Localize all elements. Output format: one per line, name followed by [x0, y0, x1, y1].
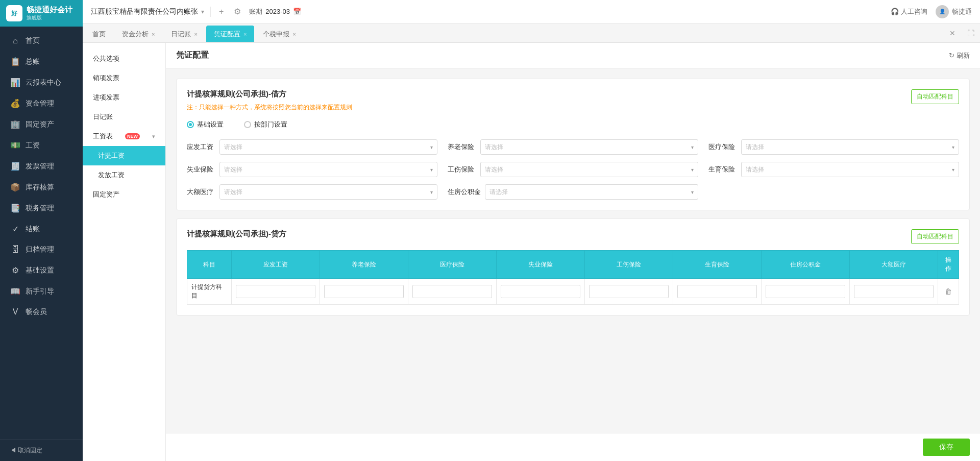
maternity-field: 生育保险 请选择 ▾: [708, 162, 959, 177]
sidebar-item-guide[interactable]: 📖新手引导: [0, 281, 83, 302]
sidebar-cancel-pin[interactable]: ◀ 取消固定: [0, 440, 83, 461]
housing-fund-label: 住房公积金: [448, 187, 481, 197]
sidebar-icon-salary: 💵: [10, 140, 20, 150]
sidebar-item-vip[interactable]: V畅会员: [0, 302, 83, 322]
sidebar-item-tax[interactable]: 📑税务管理: [0, 198, 83, 219]
left-menu-calc_salary[interactable]: 计提工资: [83, 146, 165, 165]
save-button[interactable]: 保存: [923, 439, 970, 456]
tab-close-fund_analysis[interactable]: ×: [152, 31, 155, 37]
unemployment-cell[interactable]: [497, 279, 585, 305]
big-medical-cell[interactable]: [850, 279, 938, 305]
delete-row-icon[interactable]: 🗑: [945, 287, 952, 296]
calendar-icon[interactable]: 📅: [293, 8, 301, 15]
pension-select[interactable]: 请选择 ▾: [480, 139, 698, 155]
content-area: 计提核算规则(公司承担)-借方 注：只能选择一种方式，系统将按照您当前的选择来配…: [166, 68, 980, 433]
credit-table-head: 科目应发工资养老保险医疗保险失业保险工伤保险生育保险住房公积金大额医疗操作: [187, 251, 959, 279]
debit-section-title: 计提核算规则(公司承担)-借方: [187, 89, 911, 99]
sidebar-item-salary[interactable]: 💵工资: [0, 135, 83, 156]
credit-table-body: 计提贷方科目 🗑: [187, 279, 959, 305]
period-value[interactable]: 2023-03: [265, 8, 290, 15]
sidebar-item-ledger[interactable]: 📋总账: [0, 51, 83, 72]
left-menu-label-salary_table: 工资表: [93, 132, 113, 141]
support-button[interactable]: 🎧 人工咨询: [891, 7, 927, 16]
maternity-select[interactable]: 请选择 ▾: [741, 162, 959, 177]
gross-salary-cell[interactable]: [232, 279, 320, 305]
tab-label-journal: 日记账: [171, 30, 191, 39]
work-injury-select[interactable]: 请选择 ▾: [480, 162, 698, 177]
pension-label: 养老保险: [448, 142, 476, 152]
unemployment-select[interactable]: 请选择 ▾: [219, 162, 437, 177]
work-injury-input[interactable]: [589, 285, 669, 298]
left-menu-label-pay_salary: 发放工资: [98, 171, 125, 180]
sidebar-item-fund[interactable]: 💰资金管理: [0, 93, 83, 114]
sidebar-label-fund: 资金管理: [26, 99, 54, 108]
expand-icon-salary_table: ▾: [152, 133, 155, 140]
left-menu-salary_table[interactable]: 工资表NEW▾: [83, 127, 165, 146]
user-menu[interactable]: 👤 畅捷通: [936, 5, 972, 18]
unemployment-input[interactable]: [501, 285, 580, 298]
sidebar-item-inventory[interactable]: 📦库存核算: [0, 177, 83, 198]
housing-fund-cell[interactable]: [762, 279, 850, 305]
fullscreen-button[interactable]: ⛶: [964, 26, 978, 40]
gross-salary-input[interactable]: [236, 285, 315, 298]
sidebar-item-settings[interactable]: ⚙基础设置: [0, 260, 83, 281]
badge-salary_table: NEW: [125, 133, 140, 139]
radio-basic-circle: [187, 121, 194, 128]
sidebar-item-invoice[interactable]: 🧾发票管理: [0, 156, 83, 177]
housing-fund-select[interactable]: 请选择 ▾: [485, 184, 698, 200]
unemployment-label: 失业保险: [187, 165, 215, 174]
big-medical-select[interactable]: 请选择 ▾: [219, 184, 437, 200]
left-menu-pay_salary[interactable]: 发放工资: [83, 165, 165, 185]
medical-input[interactable]: [412, 285, 492, 298]
gross-salary-select[interactable]: 请选择 ▾: [219, 139, 437, 155]
big-medical-field: 大额医疗 请选择 ▾: [187, 184, 437, 200]
sidebar-item-checkout[interactable]: ✓结账: [0, 219, 83, 239]
medical-select[interactable]: 请选择 ▾: [741, 139, 959, 155]
left-menu-purchase_invoice[interactable]: 进项发票: [83, 88, 165, 107]
page-header: 凭证配置 ↻ 刷新: [166, 43, 980, 68]
debit-auto-match-button[interactable]: 自动匹配科目: [911, 89, 959, 104]
housing-fund-input[interactable]: [766, 285, 845, 298]
maternity-cell[interactable]: [673, 279, 762, 305]
big-medical-input[interactable]: [854, 285, 934, 298]
sidebar-label-tax: 税务管理: [26, 204, 54, 213]
tab-home[interactable]: 首页: [85, 26, 113, 42]
left-menu-public[interactable]: 公共选项: [83, 49, 165, 68]
sidebar-label-reports: 云报表中心: [26, 78, 61, 87]
maternity-input[interactable]: [677, 285, 757, 298]
pension-cell[interactable]: [320, 279, 408, 305]
left-menu-journal[interactable]: 日记账: [83, 107, 165, 127]
sidebar-label-invoice: 发票管理: [26, 162, 54, 171]
tab-journal[interactable]: 日记账×: [163, 26, 205, 42]
close-tab-button[interactable]: ✕: [945, 26, 960, 40]
pension-input[interactable]: [324, 285, 404, 298]
radio-dept[interactable]: 按部门设置: [244, 120, 287, 129]
credit-section: 计提核算规则(公司承担)-贷方 自动匹配科目 科目应发工资养老保险医疗保险失业保…: [176, 219, 970, 316]
sidebar-item-assets[interactable]: 🏢固定资产: [0, 114, 83, 135]
work-injury-cell[interactable]: [585, 279, 673, 305]
refresh-button[interactable]: ↻ 刷新: [949, 51, 970, 60]
tab-voucher_config[interactable]: 凭证配置×: [206, 26, 254, 42]
action-cell[interactable]: 🗑: [938, 279, 959, 305]
sidebar-item-archive[interactable]: 🗄归档管理: [0, 239, 83, 260]
sidebar-logo: 好 畅捷通好会计 旗舰版: [0, 0, 83, 27]
tab-tax_report[interactable]: 个税申报×: [255, 26, 303, 42]
left-menu-sales_invoice[interactable]: 销项发票: [83, 68, 165, 88]
left-menu-label-sales_invoice: 销项发票: [93, 74, 119, 83]
tab-fund_analysis[interactable]: 资金分析×: [114, 26, 162, 42]
radio-basic[interactable]: 基础设置: [187, 120, 224, 129]
left-menu-label-purchase_invoice: 进项发票: [93, 93, 119, 102]
tab-close-voucher_config[interactable]: ×: [243, 31, 247, 37]
debit-header-left: 计提核算规则(公司承担)-借方 注：只能选择一种方式，系统将按照您当前的选择来配…: [187, 89, 911, 139]
sidebar-item-reports[interactable]: 📊云报表中心: [0, 72, 83, 93]
sidebar-item-home[interactable]: ⌂首页: [0, 31, 83, 51]
tab-close-tax_report[interactable]: ×: [292, 31, 296, 37]
company-selector[interactable]: 江西服宝精品有限责任公司内账张 ▾: [91, 7, 204, 16]
left-menu-fixed_assets[interactable]: 固定资产: [83, 185, 165, 204]
sidebar-icon-home: ⌂: [10, 36, 20, 45]
credit-auto-match-button[interactable]: 自动匹配科目: [911, 229, 959, 244]
medical-cell[interactable]: [408, 279, 497, 305]
tab-close-journal[interactable]: ×: [194, 31, 197, 37]
settings-icon[interactable]: ⚙: [232, 5, 243, 18]
add-button[interactable]: +: [217, 5, 226, 18]
